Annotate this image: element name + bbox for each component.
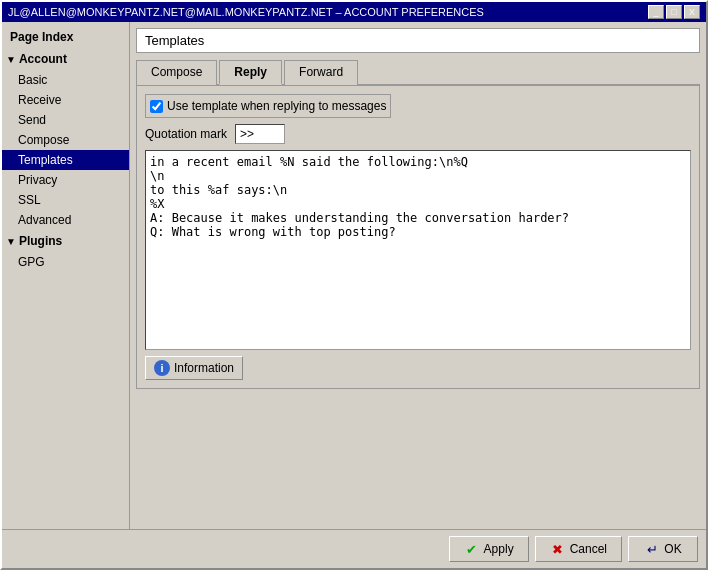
- apply-button[interactable]: ✔ Apply: [449, 536, 529, 562]
- ok-label: OK: [664, 542, 681, 556]
- quotation-mark-label: Quotation mark: [145, 127, 227, 141]
- tabs-container: Compose Reply Forward Use template when …: [136, 59, 700, 389]
- main-panel: Templates Compose Reply Forward: [130, 22, 706, 529]
- information-button[interactable]: i Information: [145, 356, 243, 380]
- template-textarea[interactable]: in a recent email %N said the following:…: [145, 150, 691, 350]
- sidebar-group-account-label: Account: [19, 52, 67, 66]
- window-title: JL@ALLEN@MONKEYPANTZ.NET@MAIL.MONKEYPANT…: [8, 6, 484, 18]
- tab-content-reply: Use template when replying to messages Q…: [136, 86, 700, 389]
- tab-bar: Compose Reply Forward: [136, 59, 700, 86]
- tab-reply[interactable]: Reply: [219, 60, 282, 85]
- tab-compose[interactable]: Compose: [136, 60, 217, 85]
- use-template-label: Use template when replying to messages: [167, 99, 386, 113]
- maximize-button[interactable]: □: [666, 5, 682, 19]
- sidebar-item-ssl[interactable]: SSL: [2, 190, 129, 210]
- sidebar-header: Page Index: [2, 26, 129, 48]
- sidebar-item-send[interactable]: Send: [2, 110, 129, 130]
- sidebar-group-plugins-label: Plugins: [19, 234, 62, 248]
- sidebar: Page Index ▼ Account Basic Receive Send …: [2, 22, 130, 529]
- sidebar-item-privacy[interactable]: Privacy: [2, 170, 129, 190]
- page-title: Templates: [136, 28, 700, 53]
- sidebar-item-basic[interactable]: Basic: [2, 70, 129, 90]
- main-window: JL@ALLEN@MONKEYPANTZ.NET@MAIL.MONKEYPANT…: [0, 0, 708, 570]
- apply-icon: ✔: [464, 541, 480, 557]
- use-template-checkbox[interactable]: [150, 100, 163, 113]
- sidebar-group-plugins[interactable]: ▼ Plugins: [2, 230, 129, 252]
- chevron-down-icon-plugins: ▼: [6, 236, 16, 247]
- ok-button[interactable]: ↵ OK: [628, 536, 698, 562]
- info-icon: i: [154, 360, 170, 376]
- sidebar-item-templates[interactable]: Templates: [2, 150, 129, 170]
- sidebar-item-gpg[interactable]: GPG: [2, 252, 129, 272]
- quotation-mark-row: Quotation mark: [145, 124, 691, 144]
- chevron-down-icon: ▼: [6, 54, 16, 65]
- content-area: Page Index ▼ Account Basic Receive Send …: [2, 22, 706, 529]
- titlebar-buttons: _ □ X: [648, 5, 700, 19]
- sidebar-item-advanced[interactable]: Advanced: [2, 210, 129, 230]
- sidebar-item-receive[interactable]: Receive: [2, 90, 129, 110]
- info-button-label: Information: [174, 361, 234, 375]
- sidebar-group-account[interactable]: ▼ Account: [2, 48, 129, 70]
- bottom-bar: ✔ Apply ✖ Cancel ↵ OK: [2, 529, 706, 568]
- ok-icon: ↵: [644, 541, 660, 557]
- quotation-mark-input[interactable]: [235, 124, 285, 144]
- apply-label: Apply: [484, 542, 514, 556]
- sidebar-item-compose[interactable]: Compose: [2, 130, 129, 150]
- tab-forward[interactable]: Forward: [284, 60, 358, 85]
- use-template-checkbox-row: Use template when replying to messages: [145, 94, 391, 118]
- cancel-icon: ✖: [550, 541, 566, 557]
- close-button[interactable]: X: [684, 5, 700, 19]
- cancel-label: Cancel: [570, 542, 607, 556]
- cancel-button[interactable]: ✖ Cancel: [535, 536, 622, 562]
- titlebar: JL@ALLEN@MONKEYPANTZ.NET@MAIL.MONKEYPANT…: [2, 2, 706, 22]
- minimize-button[interactable]: _: [648, 5, 664, 19]
